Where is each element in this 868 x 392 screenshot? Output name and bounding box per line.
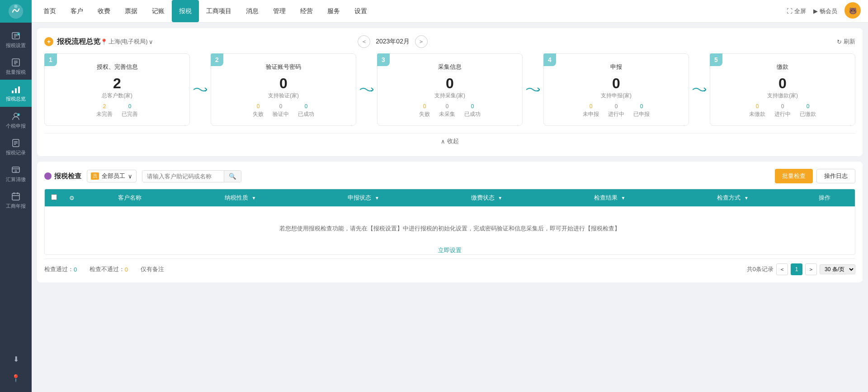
nav-fee[interactable]: 收费 bbox=[90, 0, 118, 22]
nav-service[interactable]: 服务 bbox=[320, 0, 347, 22]
step-4-num-0[interactable]: 0 bbox=[590, 103, 593, 110]
step-1-num-1[interactable]: 0 bbox=[128, 103, 132, 110]
check-table: ⚙ 客户名称 纳税性质 ▼ 申报状态 ▼ bbox=[45, 189, 855, 206]
settlement-icon bbox=[11, 165, 21, 175]
step-5-detail-2: 0 已缴款 bbox=[800, 103, 816, 118]
location-selector[interactable]: 📍 上海(电子税局) ∨ bbox=[100, 38, 153, 46]
table-header-check-method: 检查方式 ▼ bbox=[671, 189, 794, 206]
sidebar-label-tax-overview: 报税总览 bbox=[6, 96, 26, 102]
step-1-detail: 2 未完善 0 已完善 bbox=[52, 103, 182, 118]
step-2-num-1[interactable]: 0 bbox=[279, 103, 283, 110]
step-4-detail-2: 0 已申报 bbox=[633, 103, 650, 118]
check-result-filter-icon[interactable]: ▼ bbox=[621, 196, 626, 201]
main-layout: ⚙ 报税设置 批量报税 bbox=[0, 23, 868, 392]
sidebar-item-tax-overview[interactable]: 报税总览 bbox=[0, 80, 32, 106]
svg-rect-16 bbox=[18, 86, 20, 93]
nav-business[interactable]: 工商项目 bbox=[199, 0, 239, 22]
nav-manage[interactable]: 管理 bbox=[266, 0, 293, 22]
step-2-num-2[interactable]: 0 bbox=[305, 103, 308, 110]
step-3-num: 3 bbox=[377, 53, 390, 66]
step-1-num-0[interactable]: 2 bbox=[103, 103, 106, 110]
footer-separator-2 bbox=[133, 266, 135, 273]
employee-filter-label: 全部员工 bbox=[102, 172, 125, 180]
search-button[interactable]: 🔍 bbox=[224, 171, 241, 182]
sidebar-item-download[interactable]: ⬇ bbox=[11, 349, 21, 368]
pay-status-filter-icon[interactable]: ▼ bbox=[498, 196, 502, 201]
step-5-num: 5 bbox=[710, 53, 722, 66]
sidebar-item-tax-record[interactable]: 报税记录 bbox=[0, 134, 32, 160]
table-settings-icon[interactable]: ⚙ bbox=[69, 195, 75, 201]
step-5-label-2: 已缴款 bbox=[800, 110, 816, 118]
refresh-btn[interactable]: ↻ 刷新 bbox=[837, 38, 855, 46]
step-3-num-2[interactable]: 0 bbox=[471, 103, 474, 110]
step-5-num-1[interactable]: 0 bbox=[781, 103, 784, 110]
fullscreen-btn[interactable]: ⛶ 全屏 bbox=[787, 7, 806, 15]
empty-tip: 若您想使用报税检查功能，请先在【报税设置】中进行报税的初始化设置，完成密码验证和… bbox=[45, 206, 855, 242]
set-link[interactable]: 立即设置 bbox=[45, 246, 855, 254]
sidebar-label-annual-report: 工商年报 bbox=[6, 203, 26, 209]
member-btn[interactable]: ▶ 畅会员 bbox=[813, 7, 837, 15]
step-3-num-0[interactable]: 0 bbox=[423, 103, 426, 110]
step-4-card: 4 申报 0 支持申报(家) 0 未申报 0 进行中 bbox=[543, 53, 689, 126]
step-4-num-2[interactable]: 0 bbox=[640, 103, 643, 110]
nav-message[interactable]: 消息 bbox=[239, 0, 266, 22]
step-1-unit: 总客户数(家) bbox=[52, 92, 182, 100]
step-4-num-1[interactable]: 0 bbox=[615, 103, 618, 110]
sidebar-item-personal-tax[interactable]: $ 个税申报 bbox=[0, 107, 32, 134]
employee-filter[interactable]: 员 全部员工 ∨ bbox=[87, 170, 137, 182]
step-4-unit: 支持申报(家) bbox=[551, 92, 681, 100]
refresh-icon: ↻ bbox=[837, 38, 842, 45]
overview-card: + 报税流程总览 📍 上海(电子税局) ∨ ＜ 2023年02月 ＞ ↻ 刷新 bbox=[37, 28, 863, 156]
month-nav: ＜ 2023年02月 ＞ bbox=[358, 35, 428, 48]
nav-settings[interactable]: 设置 bbox=[347, 0, 374, 22]
check-header: 报税检查 员 全部员工 ∨ 🔍 批量检查 操作日志 bbox=[44, 169, 855, 183]
nav-home[interactable]: 首页 bbox=[36, 0, 63, 22]
location-pin-icon: 📍 bbox=[100, 38, 108, 45]
step-3-label-2: 已成功 bbox=[464, 110, 481, 118]
collapse-bar[interactable]: ∧ 收起 bbox=[44, 133, 855, 149]
current-month: 2023年02月 bbox=[376, 38, 410, 46]
col-pay-status-label: 缴费状态 bbox=[471, 194, 495, 201]
step-3-num-1[interactable]: 0 bbox=[446, 103, 449, 110]
prev-page-btn[interactable]: ＜ bbox=[776, 263, 788, 275]
step-2-count: 0 bbox=[218, 75, 349, 92]
select-all-checkbox[interactable] bbox=[51, 194, 57, 200]
step-1-card: 1 授权、完善信息 2 总客户数(家) 2 未完善 0 已完善 bbox=[44, 53, 190, 126]
nav-operation[interactable]: 经营 bbox=[293, 0, 320, 22]
check-fail-count[interactable]: 0 bbox=[125, 266, 128, 273]
check-section: 报税检查 员 全部员工 ∨ 🔍 批量检查 操作日志 bbox=[37, 162, 863, 282]
svg-text:🐻: 🐻 bbox=[849, 7, 857, 15]
step-2-num-0[interactable]: 0 bbox=[257, 103, 260, 110]
check-method-filter-icon[interactable]: ▼ bbox=[744, 196, 749, 201]
nav-accounting[interactable]: 记账 bbox=[145, 0, 172, 22]
nav-tax[interactable]: 报税 bbox=[172, 0, 199, 22]
operation-log-btn[interactable]: 操作日志 bbox=[816, 169, 855, 183]
check-pass-count[interactable]: 0 bbox=[74, 266, 77, 273]
main-content: + 报税流程总览 📍 上海(电子税局) ∨ ＜ 2023年02月 ＞ ↻ 刷新 bbox=[32, 23, 868, 392]
tax-type-filter-icon[interactable]: ▼ bbox=[252, 196, 256, 201]
declare-status-filter-icon[interactable]: ▼ bbox=[375, 196, 379, 201]
step-2-detail-0: 0 失败 bbox=[253, 103, 264, 118]
step-4-detail-1: 0 进行中 bbox=[608, 103, 624, 118]
step-1-num: 1 bbox=[44, 53, 57, 66]
sidebar-item-batch-tax[interactable]: 批量报税 bbox=[0, 53, 32, 80]
personal-tax-icon: $ bbox=[11, 111, 21, 121]
step-5-num-2[interactable]: 0 bbox=[807, 103, 810, 110]
nav-invoice[interactable]: 票据 bbox=[118, 0, 145, 22]
sidebar-item-settlement[interactable]: 汇算清缴 bbox=[0, 160, 32, 187]
sidebar-item-annual-report[interactable]: 工商年报 bbox=[0, 187, 32, 214]
step-5-num-0[interactable]: 0 bbox=[756, 103, 759, 110]
next-page-btn[interactable]: ＞ bbox=[805, 263, 817, 275]
search-input[interactable] bbox=[142, 171, 224, 182]
table-header-declare-status: 申报状态 ▼ bbox=[302, 189, 425, 206]
prev-month-btn[interactable]: ＜ bbox=[358, 35, 370, 48]
step-4-title: 申报 bbox=[551, 63, 681, 71]
per-page-select[interactable]: 30 条/页 bbox=[820, 264, 855, 274]
nav-customer[interactable]: 客户 bbox=[63, 0, 90, 22]
batch-check-btn[interactable]: 批量检查 bbox=[775, 169, 813, 183]
page-1-btn[interactable]: 1 bbox=[791, 263, 802, 275]
main-nav: 首页 客户 收费 票据 记账 报税 工商项目 消息 管理 经营 服务 设置 bbox=[32, 0, 787, 22]
next-month-btn[interactable]: ＞ bbox=[415, 35, 428, 48]
sidebar-item-location[interactable]: 📍 bbox=[11, 368, 21, 387]
sidebar-item-tax-settings[interactable]: ⚙ 报税设置 bbox=[0, 26, 32, 53]
